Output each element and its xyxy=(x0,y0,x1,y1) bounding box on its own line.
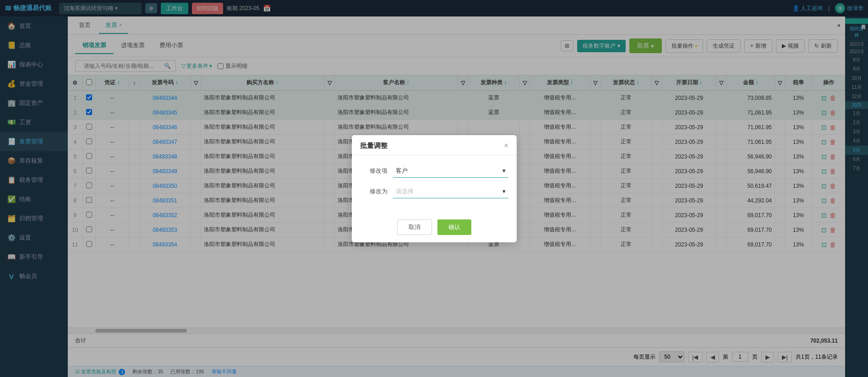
value-dropdown-icon: ▾ xyxy=(502,188,506,195)
modal-footer: 取消 确认 xyxy=(352,215,517,242)
field-value: 客户 xyxy=(396,167,408,175)
value-select[interactable]: 请选择 ▾ xyxy=(393,185,508,198)
value-label: 修改为 xyxy=(360,187,388,196)
field-dropdown-icon: ▾ xyxy=(502,167,506,174)
cancel-btn[interactable]: 取消 xyxy=(397,219,432,235)
form-row-field: 修改项 客户 ▾ xyxy=(360,164,508,178)
modal-header: 批量调整 × xyxy=(352,135,517,155)
confirm-btn[interactable]: 确认 xyxy=(437,219,471,235)
field-select[interactable]: 客户 ▾ xyxy=(393,164,508,178)
modal-close-btn[interactable]: × xyxy=(504,142,508,150)
form-row-value: 修改为 请选择 ▾ xyxy=(360,185,508,198)
batch-adjust-modal: 批量调整 × 修改项 客户 ▾ 修改为 请选择 ▾ 取消 确认 xyxy=(352,135,517,242)
modal-body: 修改项 客户 ▾ 修改为 请选择 ▾ xyxy=(352,155,517,215)
field-label: 修改项 xyxy=(360,167,388,175)
modal-title: 批量调整 xyxy=(360,142,388,150)
value-placeholder: 请选择 xyxy=(396,187,414,196)
modal-overlay: 批量调整 × 修改项 客户 ▾ 修改为 请选择 ▾ 取消 确认 xyxy=(0,0,868,377)
